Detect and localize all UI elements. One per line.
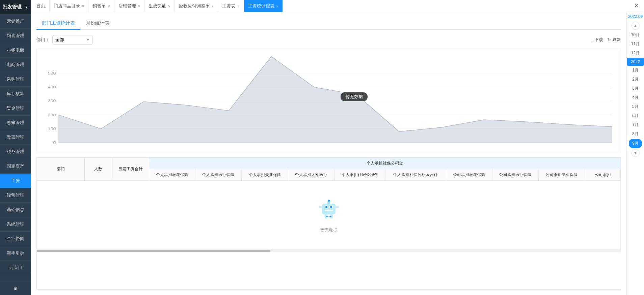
timeline-item-12月[interactable]: 12月 [627,49,644,58]
scrollbar-thumb[interactable] [37,250,270,252]
svg-text:500: 500 [48,71,56,75]
sub-tab-部门工资统计表[interactable]: 部门工资统计表 [36,18,80,30]
sidebar-items: 营销推广销售管理小畅电商电商管理采购管理库存核算资金管理总账管理发票管理税务管理… [0,14,31,275]
svg-point-17 [330,206,332,208]
timeline-item-7月[interactable]: 7月 [627,120,644,129]
sidebar-item-总账管理[interactable]: 总账管理 [0,116,31,130]
svg-rect-21 [319,206,322,208]
action-buttons: ↓ 下载 ↻ 刷新 [591,37,621,43]
sidebar-item-系统管理[interactable]: 系统管理 [0,217,31,232]
sidebar-item-工资[interactable]: 工资 [0,174,31,188]
horizontal-scrollbar[interactable] [37,250,621,252]
timeline-item-10月[interactable]: 10月 [627,30,644,39]
timeline-item-9月[interactable]: 9月 [629,139,642,148]
tab-工资统计报表[interactable]: 工资统计报表× [244,0,283,12]
tab-label: 店铺管理 [118,3,136,9]
svg-rect-22 [336,206,339,208]
department-select-value: 全部 [55,37,64,43]
sidebar-item-税务管理[interactable]: 税务管理 [0,145,31,159]
tab-close-icon[interactable]: × [237,4,239,8]
tab-label: 首页 [36,3,45,9]
sidebar-item-库存核算[interactable]: 库存核算 [0,87,31,101]
col-subheader-个人承担住房公积金: 个人承担住房公积金 [334,169,385,181]
timeline-item-4月[interactable]: 4月 [627,93,644,102]
timeline-panel: 2022.09 ▲ 10月11月12月20221月2月3月4月5月6月7月8月9… [626,12,644,295]
sidebar-item-企业协同[interactable]: 企业协同 [0,232,31,246]
tab-close-icon[interactable]: × [212,4,214,8]
timeline-items: 10月11月12月20221月2月3月4月5月6月7月8月9月 [627,30,644,148]
tab-应收应付调整单[interactable]: 应收应付调整单× [175,0,218,12]
sidebar-item-采购管理[interactable]: 采购管理 [0,72,31,87]
timeline-year-label[interactable]: 2022.09 [627,12,644,21]
empty-text: 暂无数据 [320,227,338,233]
main-area: 首页门店商品目录×销售单×店铺管理×生成凭证×应收应付调整单×工资表×工资统计报… [31,0,644,295]
svg-text:300: 300 [48,99,56,103]
refresh-icon: ↻ [607,37,611,42]
tab-门店商品目录[interactable]: 门店商品目录× [50,0,88,12]
timeline-item-3月[interactable]: 3月 [627,84,644,93]
tab-close-icon[interactable]: × [276,4,278,8]
tab-label: 工资统计报表 [248,3,274,9]
download-button[interactable]: ↓ 下载 [591,37,603,43]
download-icon: ↓ [591,37,593,42]
sidebar-collapse-icon: ▲ [25,5,28,9]
col-subheader-公司承担: 公司承担 [585,169,621,181]
download-label: 下载 [594,37,603,43]
timeline-down-button[interactable]: ▼ [632,149,640,157]
settings-icon: ⚙ [14,286,18,291]
timeline-item-8月[interactable]: 8月 [627,129,644,139]
select-arrow-icon: ▼ [86,38,90,42]
sidebar-item-发票管理[interactable]: 发票管理 [0,130,31,145]
department-select[interactable]: 全部 ▼ [52,35,93,45]
table-container[interactable]: 部门人数应发工资合计个人承担社保公积金个人承担养老保险个人承担医疗保险个人承担失… [36,157,621,290]
sidebar-footer[interactable]: ⚙ [0,282,31,295]
col-subheader-个人承担失业保险: 个人承担失业保险 [242,169,288,181]
col-subheader-公司承担养老保险: 公司承担养老保险 [446,169,492,181]
sidebar-item-云应用[interactable]: 云应用 [0,261,31,275]
sidebar-item-经营管理[interactable]: 经营管理 [0,188,31,203]
tab-首页[interactable]: 首页 [32,0,50,12]
tab-工资表[interactable]: 工资表× [218,0,244,12]
timeline-item-2月[interactable]: 2月 [627,75,644,84]
timeline-item-11月[interactable]: 11月 [627,39,644,49]
timeline-item-5月[interactable]: 5月 [627,102,644,111]
svg-point-20 [328,200,330,202]
tab-销售单[interactable]: 销售单× [88,0,114,12]
sidebar-item-小畅电商[interactable]: 小畅电商 [0,43,31,58]
tab-店铺管理[interactable]: 店铺管理× [114,0,144,12]
sidebar-item-电商管理[interactable]: 电商管理 [0,58,31,72]
timeline-item-1月[interactable]: 1月 [627,66,644,75]
close-all-button[interactable]: ✕ [630,3,643,9]
sidebar-item-资金管理[interactable]: 资金管理 [0,101,31,116]
refresh-button[interactable]: ↻ 刷新 [607,37,621,43]
timeline-up-button[interactable]: ▲ [632,22,640,30]
toolbar-row: 部门： 全部 ▼ ↓ 下载 ↻ 刷新 [36,35,621,45]
tab-生成凭证[interactable]: 生成凭证× [144,0,175,12]
sidebar-item-销售管理[interactable]: 销售管理 [0,29,31,43]
refresh-label: 刷新 [612,37,621,43]
col-subheader-个人承担大额医疗: 个人承担大额医疗 [288,169,334,181]
sub-tab-月份统计表[interactable]: 月份统计表 [80,18,115,30]
col-subheader-个人承担医疗保险: 个人承担医疗保险 [195,169,242,181]
col-subheader-公司承担医疗保险: 公司承担医疗保险 [492,169,538,181]
tab-close-icon[interactable]: × [168,4,170,8]
data-table: 部门人数应发工资合计个人承担社保公积金个人承担养老保险个人承担医疗保险个人承担失… [37,157,621,250]
tab-close-icon[interactable]: × [108,4,110,8]
sidebar-item-基础信息[interactable]: 基础信息 [0,203,31,217]
content-area: 部门工资统计表月份统计表 部门： 全部 ▼ ↓ 下载 ↻ [31,12,644,295]
sidebar-item-固定资产[interactable]: 固定资产 [0,159,31,174]
tab-close-icon[interactable]: × [82,4,84,8]
svg-point-16 [325,206,327,208]
main-panel: 部门工资统计表月份统计表 部门： 全部 ▼ ↓ 下载 ↻ [31,12,626,295]
timeline-item-6月[interactable]: 6月 [627,111,644,120]
sidebar-item-营销推广[interactable]: 营销推广 [0,14,31,29]
filter-label: 部门： [36,37,50,43]
col-header-部门: 部门 [37,158,85,181]
tab-list: 首页门店商品目录×销售单×店铺管理×生成凭证×应收应付调整单×工资表×工资统计报… [32,0,630,12]
sidebar-item-新手引导[interactable]: 新手引导 [0,246,31,261]
sub-tabs: 部门工资统计表月份统计表 [36,18,621,30]
sidebar-header[interactable]: 批发管理 ▲ [0,0,31,14]
timeline-item-2022[interactable]: 2022 [627,58,644,66]
sidebar: 批发管理 ▲ 营销推广销售管理小畅电商电商管理采购管理库存核算资金管理总账管理发… [0,0,31,295]
tab-close-icon[interactable]: × [138,4,140,8]
